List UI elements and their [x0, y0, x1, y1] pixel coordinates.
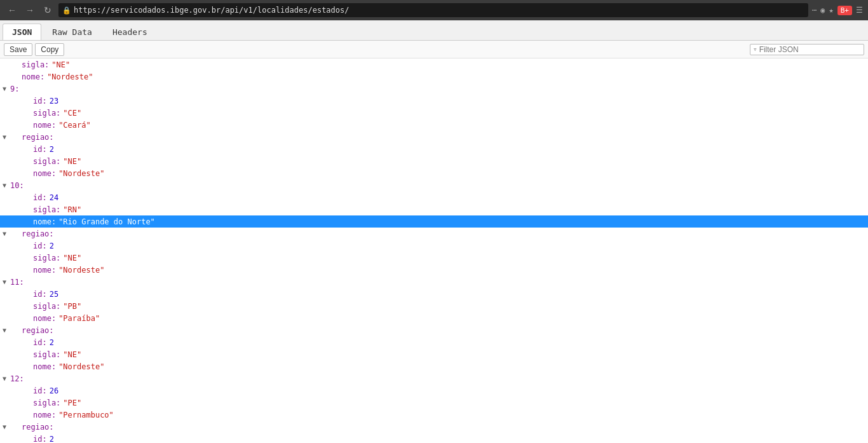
- index-key: 12:: [10, 374, 24, 383]
- toggle-icon[interactable]: ▼: [3, 133, 10, 140]
- json-key: nome:: [33, 411, 56, 419]
- json-key: regiao:: [22, 229, 54, 238]
- tab-json[interactable]: JSON: [3, 24, 41, 40]
- browser-toolbar: ← → ↻ 🔒 https://servicodados.ibge.gov.br…: [0, 0, 868, 20]
- url-text: https://servicodados.ibge.gov.br/api/v1/…: [74, 6, 349, 15]
- forward-button[interactable]: →: [23, 3, 37, 17]
- json-key: nome:: [33, 121, 56, 130]
- json-string-value: "Nordeste": [58, 266, 104, 275]
- table-row[interactable]: ▼regiao:: [0, 324, 868, 336]
- star-icon[interactable]: ★: [829, 6, 834, 15]
- toggle-icon[interactable]: ▼: [3, 85, 10, 92]
- table-row[interactable]: sigla:"PE": [0, 397, 868, 409]
- toggle-icon[interactable]: ▼: [3, 182, 10, 189]
- json-key: regiao:: [22, 423, 54, 432]
- table-row[interactable]: ▼12:: [0, 372, 868, 385]
- table-row[interactable]: nome:"Nordeste": [0, 264, 868, 276]
- table-row[interactable]: nome:"Paraíba": [0, 312, 868, 324]
- table-row[interactable]: id:2: [0, 336, 868, 348]
- tab-rawdata[interactable]: Raw Data: [43, 24, 102, 40]
- devtools-tab-bar: JSON Raw Data Headers: [0, 20, 868, 41]
- filter-container[interactable]: ▿: [750, 44, 864, 55]
- table-row[interactable]: id:23: [0, 95, 868, 107]
- json-key: regiao:: [22, 133, 54, 142]
- json-number-value: 25: [50, 290, 58, 299]
- json-string-value: "RN": [63, 205, 81, 214]
- table-row[interactable]: ▼regiao:: [0, 131, 868, 143]
- toggle-icon[interactable]: ▼: [3, 230, 10, 237]
- reload-button[interactable]: ↻: [41, 3, 55, 17]
- table-row[interactable]: ▼11:: [0, 276, 868, 288]
- table-row[interactable]: sigla:"NE": [0, 58, 868, 71]
- table-row[interactable]: nome:"Nordeste": [0, 167, 868, 179]
- lock-icon: 🔒: [62, 6, 71, 15]
- json-string-value: "Nordeste": [58, 362, 104, 371]
- json-key: nome:: [33, 266, 56, 275]
- json-string-value: "PB": [63, 302, 81, 311]
- json-key: nome:: [33, 362, 56, 371]
- table-row[interactable]: ▼9:: [0, 83, 868, 95]
- address-bar[interactable]: 🔒 https://servicodados.ibge.gov.br/api/v…: [58, 3, 808, 17]
- table-row[interactable]: sigla:"CE": [0, 107, 868, 119]
- index-key: 10:: [10, 181, 24, 190]
- table-row[interactable]: nome:"Nordeste": [0, 71, 868, 83]
- table-row[interactable]: id:2: [0, 143, 868, 155]
- json-key: nome:: [33, 217, 56, 226]
- json-string-value: "Nordeste": [47, 72, 93, 81]
- json-string-value: "NE": [51, 60, 70, 69]
- json-toolbar: Save Copy ▿: [0, 41, 868, 58]
- table-row[interactable]: id:24: [0, 191, 868, 203]
- json-string-value: "Paraíba": [58, 314, 100, 323]
- json-key: nome:: [22, 72, 44, 81]
- pocket-icon[interactable]: ◉: [820, 6, 825, 15]
- table-row[interactable]: nome:"Pernambuco": [0, 409, 868, 421]
- json-key: id:: [33, 338, 47, 347]
- json-key: id:: [33, 290, 47, 299]
- table-row[interactable]: nome:"Nordeste": [0, 360, 868, 372]
- json-content[interactable]: sigla:"NE"nome:"Nordeste"▼9:id:23sigla:"…: [0, 58, 868, 443]
- table-row[interactable]: ▼10:: [0, 179, 868, 191]
- filter-input[interactable]: [759, 45, 861, 54]
- copy-button[interactable]: Copy: [35, 43, 64, 56]
- browser-actions: ⋯ ◉ ★ B+ ☰: [812, 6, 863, 15]
- json-key: sigla:: [33, 109, 60, 118]
- json-key: nome:: [33, 169, 56, 178]
- toggle-icon[interactable]: ▼: [3, 327, 10, 334]
- hamburger-menu[interactable]: ☰: [856, 6, 863, 15]
- json-number-value: 2: [50, 435, 54, 444]
- json-string-value: "Rio Grande do Norte": [58, 217, 155, 226]
- table-row[interactable]: ▼regiao:: [0, 421, 868, 433]
- back-button[interactable]: ←: [5, 3, 19, 17]
- table-row[interactable]: sigla:"RN": [0, 203, 868, 215]
- json-key: id:: [33, 242, 47, 250]
- json-string-value: "Ceará": [58, 121, 91, 130]
- table-row[interactable]: nome:"Ceará": [0, 119, 868, 131]
- index-key: 9:: [10, 85, 19, 93]
- table-row[interactable]: sigla:"NE": [0, 252, 868, 264]
- tab-headers[interactable]: Headers: [103, 24, 157, 40]
- table-row[interactable]: id:25: [0, 288, 868, 300]
- toggle-icon[interactable]: ▼: [3, 423, 10, 430]
- table-row[interactable]: sigla:"PB": [0, 300, 868, 312]
- json-number-value: 24: [50, 193, 58, 202]
- json-number-value: 2: [50, 145, 54, 154]
- menu-dots[interactable]: ⋯: [812, 6, 817, 15]
- table-row[interactable]: id:26: [0, 385, 868, 397]
- json-key: sigla:: [33, 254, 60, 262]
- json-key: id:: [33, 145, 47, 154]
- toggle-icon[interactable]: ▼: [3, 278, 10, 285]
- json-string-value: "NE": [63, 254, 81, 262]
- json-string-value: "PE": [63, 399, 81, 407]
- profile-badge[interactable]: B+: [837, 6, 852, 15]
- toggle-icon[interactable]: ▼: [3, 375, 10, 382]
- table-row[interactable]: sigla:"NE": [0, 155, 868, 167]
- table-row[interactable]: ▼regiao:: [0, 228, 868, 240]
- table-row[interactable]: sigla:"NE": [0, 348, 868, 360]
- json-key: nome:: [33, 314, 56, 323]
- json-key: id:: [33, 386, 47, 395]
- table-row[interactable]: id:2: [0, 240, 868, 252]
- table-row[interactable]: nome:"Rio Grande do Norte": [0, 215, 868, 228]
- table-row[interactable]: id:2: [0, 433, 868, 443]
- save-button[interactable]: Save: [4, 43, 32, 56]
- json-string-value: "CE": [63, 109, 81, 118]
